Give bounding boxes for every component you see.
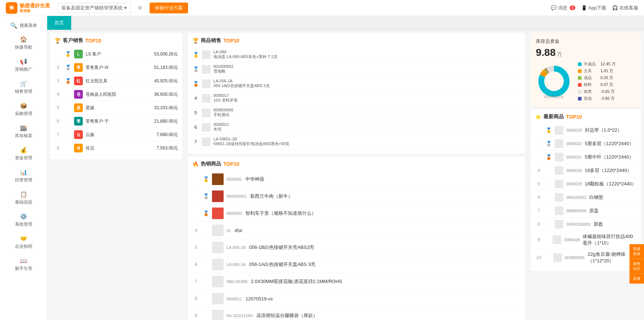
- trial-button[interactable]: 体验行业方案: [150, 3, 188, 13]
- service-community-btn[interactable]: 服务社区: [629, 259, 644, 274]
- latest-item: 0000033 封边带（1.0*22）: [535, 124, 637, 137]
- live-stream-btn[interactable]: 直播: [629, 274, 644, 284]
- sidebar-item-guide[interactable]: 📖 新手引导: [0, 253, 47, 275]
- hot-product-name: 2.0X30MM双搓花轴,搓花直径2.1MM/ROHS: [251, 279, 342, 284]
- medal-gold-icon: [65, 51, 71, 57]
- legend-color: [578, 62, 582, 66]
- product-rank-item: 6 0000021 夹壳: [192, 120, 521, 135]
- legend-color: [578, 83, 582, 87]
- hot-product-code: LA-056-1B: [227, 245, 246, 250]
- chart-sub-label: 库存资金占比: [544, 95, 564, 99]
- rank-no-medal: [65, 91, 71, 98]
- sidebar-item-quick[interactable]: 🏠 快捷导航: [0, 32, 47, 54]
- customer-rank-item: 7 云 云扬 7,680.00元: [54, 128, 178, 141]
- hot-product-placeholder: [212, 293, 224, 304]
- latest-item: 8 10000100001 原盔: [535, 218, 637, 231]
- rank-no-medal: [65, 131, 71, 138]
- product-code: 001000002: [213, 64, 521, 69]
- rank-value: 7,680.00元: [156, 132, 178, 138]
- product-info: LA-056-1A 056-1A白色按键开关盖ABS 3克: [213, 79, 521, 89]
- latest-item: 10 003800001 22g鱼豆腐-烧烤味（1*12*20）: [535, 249, 637, 267]
- latest-name: 白钢垫: [589, 194, 603, 201]
- hot-product-code: 0000002: [227, 211, 242, 216]
- content-area: 🏆 客户销售 TOP10 L LS 客户 53,006.26元: [47, 30, 644, 320]
- sidebar: 🔍 搜索菜单 🏠 快捷导航 📢 营销推广 🛒 销售管理 📦 采购管理 🏬 库存核…: [0, 16, 47, 320]
- latest-item: 5 0000029 18颗粒板（1220*2440）: [535, 177, 637, 191]
- legend-item: 文具 1.01 万: [578, 68, 616, 74]
- inventory-title: 库存总资金: [536, 38, 636, 45]
- product-info: 0000017 10S 变料罗浆: [213, 93, 521, 103]
- sidebar-item-basic[interactable]: 📋 基础信息: [0, 187, 47, 209]
- latest-code: 000800008: [566, 209, 586, 213]
- settings-icon[interactable]: ⚙: [135, 3, 145, 13]
- rank-num: 8: [54, 145, 62, 151]
- sidebar-item-sales[interactable]: 🛒 销售管理: [0, 76, 47, 98]
- legend-item: 肉类 -0.05 万: [578, 89, 616, 94]
- latest-item: 7 000800008 原盖: [535, 204, 637, 218]
- product-code: LA-59651-1B: [213, 137, 521, 141]
- hot-product-placeholder: [212, 225, 224, 236]
- product-name: 手机测试: [213, 112, 521, 118]
- product-ranking-label: 商品销售: [201, 37, 221, 44]
- latest-code: 0000029: [566, 182, 582, 186]
- book-icon: 📖: [20, 257, 27, 264]
- customer-rank-item: 6 零 零售客户-于 21,680.00元: [54, 115, 178, 128]
- product-rank-item: 7 LA-59651-1B 59651-1B旋转投影灯电池盒ABS黑色+58克: [192, 135, 521, 149]
- product-name: 59651-1B旋转投影灯电池盒ABS黑色+58克: [213, 141, 521, 147]
- hot-product-item: 4 01 45#: [192, 222, 521, 239]
- money-icon: 💰: [20, 146, 27, 153]
- sidebar-operations-label: 经营管理: [15, 177, 32, 183]
- headset-icon: 🎧: [612, 5, 618, 11]
- legend-color: [578, 76, 582, 80]
- latest-products-label: 最新商品: [543, 114, 564, 120]
- messages-btn[interactable]: 💬 消息 6: [551, 5, 575, 11]
- customer-service-btn[interactable]: 客服热线: [629, 244, 644, 259]
- customer-ranking-title: 🏆 客户销售 TOP10: [54, 37, 178, 44]
- customer-rank-item: 5 星 星扬 33,333.00元: [54, 101, 178, 115]
- app-download-btn[interactable]: 📱 App下载: [581, 5, 606, 11]
- system-select[interactable]: 装备及固定资产辅助管理系统 ▾: [57, 3, 131, 13]
- rank-value: 36,600.00元: [154, 91, 178, 98]
- hot-product-placeholder: [212, 242, 224, 253]
- hot-product-name: 花语萌恒温分腿睡袋（厚款）: [256, 313, 318, 318]
- sidebar-item-inventory[interactable]: 🏬 库存核算: [0, 120, 47, 143]
- sidebar-item-marketing[interactable]: 📢 营销推广: [0, 54, 47, 76]
- sidebar-item-purchase[interactable]: 📦 采购管理: [0, 98, 47, 120]
- hot-product-details: 000500001 新西兰牛肉（新牛）: [227, 193, 293, 200]
- legend-name: 文具: [584, 68, 598, 74]
- hot-product-placeholder: [212, 276, 224, 287]
- tab-home[interactable]: 首页: [47, 16, 72, 30]
- hot-product-item: 5 LA-056-1B 056-1B白色按键开关壳ABS2壳: [192, 239, 521, 256]
- handshake-icon: 🤝: [20, 235, 27, 242]
- sidebar-item-search[interactable]: 🔍 搜索菜单: [0, 19, 47, 32]
- hot-product-item: 6 LA-056-1A 056-1A白色按键开关盖ABS 3壳: [192, 256, 521, 273]
- sidebar-finance-label: 资金管理: [15, 155, 32, 161]
- hot-product-code: 000500001: [227, 194, 246, 198]
- sidebar-item-operations[interactable]: 📊 经营管理: [0, 165, 47, 187]
- product-name: 夹壳: [213, 127, 521, 132]
- online-service-btn[interactable]: 🎧 在线客服: [612, 5, 638, 11]
- sidebar-quick-label: 快捷导航: [15, 44, 32, 50]
- sidebar-enterprise-label: 企业协同: [15, 243, 32, 250]
- sidebar-item-finance[interactable]: 💰 资金管理: [0, 143, 47, 165]
- sidebar-basic-label: 基础信息: [15, 199, 32, 205]
- rank-value: 7,563.00元: [156, 145, 178, 151]
- latest-name: 18颗粒板（1220*2440）: [585, 181, 636, 187]
- medal-icon: [203, 176, 209, 182]
- rank-value: 40,925.00元: [154, 78, 178, 84]
- hot-product-placeholder: [212, 259, 224, 270]
- hot-product-code: 01: [227, 229, 231, 233]
- hot-product-name: 056-1B白色按键开关壳ABS2壳: [249, 245, 314, 250]
- latest-name: 18多层（1220*2440）: [585, 167, 632, 174]
- latest-item: 4 0000030 18多层（1220*2440）: [535, 164, 637, 177]
- rank-avatar: 云: [74, 130, 83, 139]
- hot-product-placeholder: [212, 310, 224, 320]
- sidebar-item-system[interactable]: ⚙️ 系统管理: [0, 209, 47, 231]
- hot-rank-num: 7: [192, 279, 200, 284]
- sidebar-item-enterprise[interactable]: 🤝 企业协同: [0, 231, 47, 253]
- page-tabs: 首页: [47, 16, 644, 30]
- product-code: 000800005: [213, 108, 521, 112]
- rank-avatar: 零: [74, 63, 83, 72]
- latest-product-img: [555, 180, 563, 188]
- product-info: LA-59651-1B 59651-1B旋转投影灯电池盒ABS黑色+58克: [213, 137, 521, 147]
